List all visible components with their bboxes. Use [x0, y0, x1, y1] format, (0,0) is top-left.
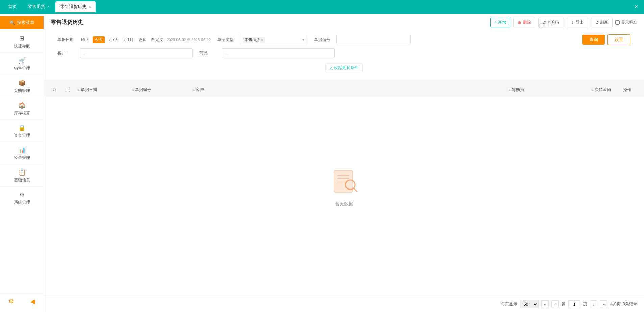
bill-no-input[interactable] — [336, 35, 411, 44]
th-settings: ⚙ — [47, 88, 61, 92]
filter-settings-button[interactable]: 设置 — [607, 34, 630, 45]
sidebar-item-quick-nav[interactable]: ⊞ 快捷导航 — [0, 30, 44, 53]
th-date: ⇅ 单据日期 — [74, 87, 128, 93]
th-action: 操作 — [614, 87, 641, 93]
purchase-mgmt-icon: 📦 — [18, 79, 26, 87]
sidebar-item-purchase-mgmt[interactable]: 📦 采购管理 — [0, 75, 44, 97]
search-icon: 🔍 — [9, 20, 15, 25]
sort-customer-icon[interactable]: ⇅ — [192, 88, 195, 92]
add-button[interactable]: + 新增 — [490, 18, 510, 27]
total-records: 共0页, 0条记录 — [610, 301, 637, 307]
bill-type-tag: 零售退货 × — [243, 37, 265, 43]
finance-icon: 🔒 — [18, 124, 26, 131]
svg-point-5 — [347, 182, 353, 188]
th-guide: ⇅ 导购员 — [505, 87, 566, 93]
main-content: 零售退货历史 + 新增 🗑 删除 🖨 打印 ▾ ⇪ 导出 — [44, 14, 644, 312]
query-button[interactable]: 查询 — [582, 35, 605, 45]
delete-icon: 🗑 — [518, 20, 522, 25]
last-page-button[interactable]: » — [600, 300, 607, 308]
sidebar-collapse-button[interactable]: ◀ — [30, 298, 35, 305]
goods-label: 商品 — [199, 50, 220, 56]
collapse-icon: △ — [330, 66, 333, 70]
filter-row-2: 客户 ... 商品 ... — [57, 48, 630, 58]
page-unit: 页 — [583, 301, 587, 307]
sidebar-item-inventory[interactable]: 🏠 库存核算 — [0, 97, 44, 120]
goods-filter-item: 商品 ... — [199, 48, 335, 58]
page-header: 零售退货历史 + 新增 🗑 删除 🖨 打印 ▾ ⇪ 导出 — [44, 14, 644, 81]
svg-rect-0 — [334, 170, 353, 192]
print-chevron-icon: ▾ — [557, 20, 559, 25]
shortcut-today[interactable]: 今天 — [93, 36, 105, 43]
bill-type-select[interactable]: 零售退货 × ▾ — [240, 35, 307, 44]
sidebar-item-base-info[interactable]: 📋 基础信息 — [0, 164, 44, 187]
tab-home[interactable]: 首页 — [3, 1, 22, 12]
shortcut-1month[interactable]: 近1月 — [122, 36, 135, 43]
show-detail-checkbox-label[interactable]: 显示明细 — [615, 20, 637, 25]
sidebar-item-operations[interactable]: 📊 经营管理 — [0, 142, 44, 164]
empty-text: 暂无数据 — [335, 201, 353, 207]
select-all-checkbox[interactable] — [66, 88, 70, 92]
page-title-row: 零售退货历史 + 新增 🗑 删除 🖨 打印 ▾ ⇪ 导出 — [51, 18, 637, 27]
bill-type-tag-close[interactable]: × — [261, 38, 263, 42]
close-retail-return-tab[interactable]: × — [47, 5, 49, 9]
quick-nav-icon: ⊞ — [19, 35, 24, 42]
window-close-button[interactable]: × — [631, 3, 641, 10]
close-retail-return-history-tab[interactable]: × — [89, 5, 91, 9]
th-amount: ⇅ 实销金额 — [566, 87, 614, 93]
sort-date-icon[interactable]: ⇅ — [77, 88, 80, 92]
goods-placeholder: ... — [225, 51, 228, 55]
sidebar-bottom: ⚙ ◀ — [0, 293, 44, 309]
operations-icon: 📊 — [18, 146, 26, 154]
sort-guide-icon[interactable]: ⇅ — [508, 88, 511, 92]
action-buttons: 查询 设置 — [582, 34, 630, 45]
print-icon: 🖨 — [543, 20, 547, 25]
filter-area: 单据日期 昨天 今天 近7天 近1月 更多 自定义 2023-06-02 至 2… — [51, 31, 637, 81]
sidebar: 🔍 搜索菜单 ⊞ 快捷导航 🛒 销售管理 📦 采购管理 🏠 库存核算 🔒 资金管… — [0, 14, 44, 312]
page-title: 零售退货历史 — [51, 19, 83, 26]
tab-retail-return-history[interactable]: 零售退货历史 × — [55, 1, 95, 12]
sidebar-item-finance[interactable]: 🔒 资金管理 — [0, 120, 44, 142]
th-checkbox — [61, 88, 74, 92]
goods-select[interactable]: ... — [222, 48, 335, 58]
system-mgmt-icon: ⚙ — [19, 191, 25, 198]
collapse-filters-button[interactable]: △ 收起更多条件 — [325, 63, 363, 72]
tab-retail-return[interactable]: 零售退货 × — [23, 1, 54, 12]
sales-mgmt-icon: 🛒 — [18, 57, 26, 64]
delete-button[interactable]: 🗑 删除 — [513, 18, 535, 27]
sidebar-item-sales-mgmt[interactable]: 🛒 销售管理 — [0, 53, 44, 75]
page-number-input[interactable] — [568, 300, 580, 308]
filter-row-1: 单据日期 昨天 今天 近7天 近1月 更多 自定义 2023-06-02 至 2… — [57, 34, 630, 45]
column-settings-icon[interactable]: ⚙ — [52, 88, 56, 92]
bill-no-label: 单据编号 — [314, 37, 334, 43]
settings-gear-button[interactable]: ⚙ — [8, 298, 14, 305]
customer-label: 客户 — [57, 50, 78, 56]
sidebar-search[interactable]: 🔍 搜索菜单 — [0, 16, 44, 29]
refresh-button[interactable]: ↺ 刷新 — [591, 18, 613, 27]
per-page-select[interactable]: 10 20 50 100 — [520, 300, 539, 308]
bill-type-filter-item: 单据类型 零售退货 × ▾ — [217, 35, 307, 44]
base-info-icon: 📋 — [18, 169, 26, 176]
shortcut-more[interactable]: 更多 — [137, 36, 148, 43]
shortcut-7days[interactable]: 近7天 — [107, 36, 120, 43]
prev-page-button[interactable]: ‹ — [551, 300, 559, 308]
bill-type-label: 单据类型 — [217, 37, 238, 43]
show-detail-checkbox[interactable] — [615, 20, 620, 25]
svg-line-6 — [354, 188, 357, 192]
shortcut-yesterday[interactable]: 昨天 — [80, 36, 91, 43]
toolbar: + 新增 🗑 删除 🖨 打印 ▾ ⇪ 导出 ↺ — [490, 18, 637, 27]
bill-type-chevron-icon: ▾ — [302, 37, 304, 42]
shortcut-custom[interactable]: 自定义 — [150, 36, 165, 43]
export-button[interactable]: ⇪ 导出 — [567, 18, 588, 27]
customer-select[interactable]: ... — [80, 48, 193, 58]
pagination: 每页显示 10 20 50 100 « ‹ 第 页 › — [44, 296, 644, 312]
next-page-button[interactable]: › — [590, 300, 597, 308]
date-shortcut-group: 昨天 今天 近7天 近1月 更多 自定义 — [80, 36, 165, 43]
print-button[interactable]: 🖨 打印 ▾ — [538, 18, 564, 27]
sidebar-item-system-mgmt[interactable]: ⚙ 系统管理 — [0, 187, 44, 209]
per-page-label: 每页显示 — [501, 301, 517, 307]
empty-icon — [327, 165, 361, 196]
customer-filter-item: 客户 ... — [57, 48, 193, 58]
first-page-button[interactable]: « — [541, 300, 549, 308]
sort-bill-icon[interactable]: ⇅ — [131, 88, 134, 92]
sort-amount-icon[interactable]: ⇅ — [591, 88, 594, 92]
